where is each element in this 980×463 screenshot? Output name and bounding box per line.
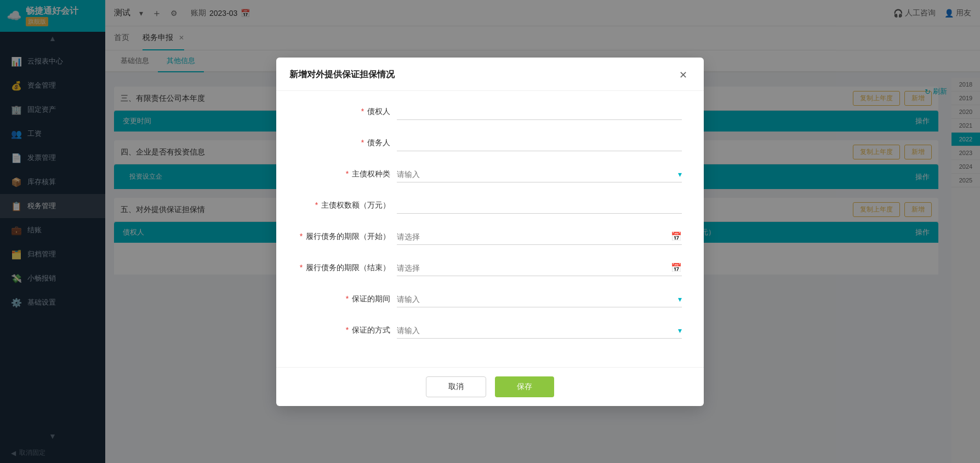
form-row-periodstart: * 履行债务的期限（开始） 📅	[298, 229, 682, 245]
guaranteeperiod-dropdown-icon[interactable]: ▾	[678, 295, 682, 304]
guaranteeperiod-select-wrap: ▾	[397, 291, 682, 307]
guaranteemethod-select-wrap: ▾	[397, 323, 682, 339]
periodend-input[interactable]	[397, 260, 671, 276]
periodstart-date-wrap: 📅	[397, 229, 682, 245]
guaranteemethod-required: *	[346, 325, 349, 334]
periodend-required: *	[300, 263, 303, 272]
modal-close-button[interactable]: ✕	[675, 67, 691, 83]
modal-dialog: 新增对外提供保证担保情况 ✕ * 债权人 * 债务人	[276, 58, 704, 406]
claimamount-required: *	[315, 201, 318, 209]
debtor-label: * 债务人	[298, 138, 397, 148]
claimamount-input[interactable]	[397, 198, 682, 214]
periodstart-required: *	[300, 232, 303, 241]
creditor-label: * 债权人	[298, 107, 397, 117]
periodstart-input[interactable]	[397, 229, 671, 244]
periodstart-label: * 履行债务的期限（开始）	[298, 232, 397, 242]
form-row-periodend: * 履行债务的期限（结束） 📅	[298, 260, 682, 276]
modal-title: 新增对外提供保证担保情况	[289, 69, 395, 81]
guaranteemethod-dropdown-icon[interactable]: ▾	[678, 326, 682, 335]
periodend-calendar-icon[interactable]: 📅	[671, 262, 682, 273]
modal-header: 新增对外提供保证担保情况 ✕	[276, 58, 704, 91]
guaranteemethod-select[interactable]	[397, 323, 678, 338]
form-row-guaranteemethod: * 保证的方式 ▾	[298, 323, 682, 339]
periodend-date-wrap: 📅	[397, 260, 682, 276]
claimtype-label: * 主债权种类	[298, 169, 397, 179]
form-row-creditor: * 债权人	[298, 104, 682, 120]
claimtype-dropdown-icon[interactable]: ▾	[678, 170, 682, 179]
save-button[interactable]: 保存	[495, 376, 554, 397]
form-row-claimtype: * 主债权种类 ▾	[298, 167, 682, 182]
form-row-claimamount: * 主债权数额（万元）	[298, 198, 682, 214]
guaranteeperiod-label: * 保证的期间	[298, 294, 397, 304]
claimtype-required: *	[346, 169, 349, 178]
modal-footer: 取消 保存	[276, 367, 704, 406]
debtor-required: *	[361, 138, 364, 147]
claimtype-select-wrap: ▾	[397, 167, 682, 182]
periodstart-calendar-icon[interactable]: 📅	[671, 231, 682, 242]
claimtype-select[interactable]	[397, 167, 678, 182]
cancel-button[interactable]: 取消	[426, 376, 486, 397]
guaranteeperiod-required: *	[346, 294, 349, 303]
modal-body: * 债权人 * 债务人 * 主债权种类	[276, 91, 704, 367]
guaranteemethod-label: * 保证的方式	[298, 325, 397, 335]
modal-overlay: 新增对外提供保证担保情况 ✕ * 债权人 * 债务人	[0, 0, 980, 463]
form-row-guaranteeperiod: * 保证的期间 ▾	[298, 291, 682, 307]
debtor-input[interactable]	[397, 135, 682, 151]
creditor-input[interactable]	[397, 104, 682, 120]
form-row-debtor: * 债务人	[298, 135, 682, 151]
claimamount-label: * 主债权数额（万元）	[298, 201, 397, 210]
periodend-label: * 履行债务的期限（结束）	[298, 263, 397, 273]
creditor-required: *	[361, 107, 364, 116]
guaranteeperiod-select[interactable]	[397, 291, 678, 307]
